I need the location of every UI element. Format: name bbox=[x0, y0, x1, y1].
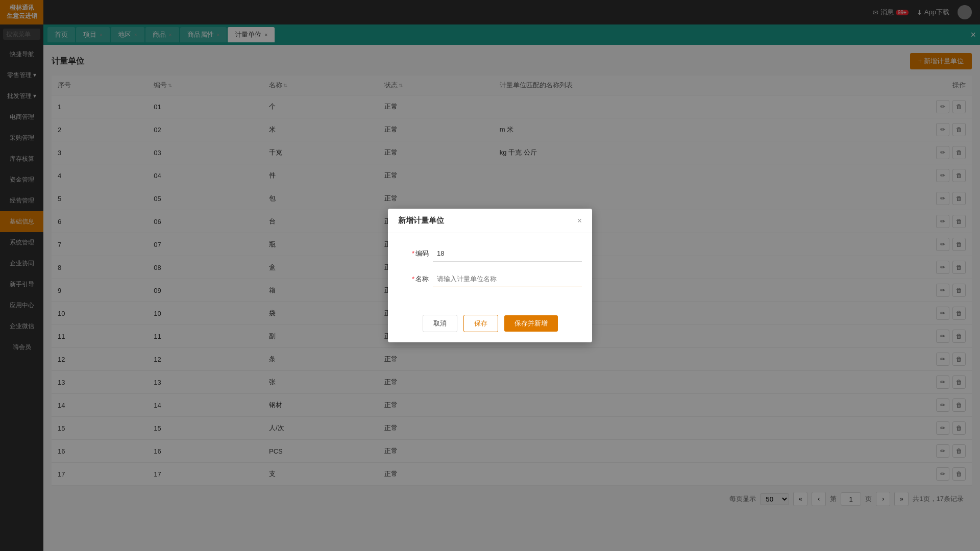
dialog-close-button[interactable]: × bbox=[577, 216, 582, 226]
name-form-row: 名称 bbox=[398, 271, 582, 287]
code-label: 编码 bbox=[398, 249, 429, 258]
save-and-add-button[interactable]: 保存并新增 bbox=[504, 315, 558, 332]
code-form-row: 编码 bbox=[398, 245, 582, 262]
dialog-header: 新增计量单位 × bbox=[388, 209, 592, 233]
add-unit-dialog: 新增计量单位 × 编码 名称 取消 保存 保存并新增 bbox=[388, 209, 592, 342]
dialog-body: 编码 名称 bbox=[388, 233, 592, 309]
name-input[interactable] bbox=[433, 271, 582, 287]
name-label: 名称 bbox=[398, 274, 429, 284]
code-input[interactable] bbox=[433, 245, 582, 262]
modal-overlay[interactable]: 新增计量单位 × 编码 名称 取消 保存 保存并新增 bbox=[0, 0, 980, 551]
dialog-footer: 取消 保存 保存并新增 bbox=[388, 309, 592, 342]
dialog-title: 新增计量单位 bbox=[398, 216, 444, 226]
save-button[interactable]: 保存 bbox=[463, 315, 498, 332]
cancel-button[interactable]: 取消 bbox=[423, 315, 457, 332]
